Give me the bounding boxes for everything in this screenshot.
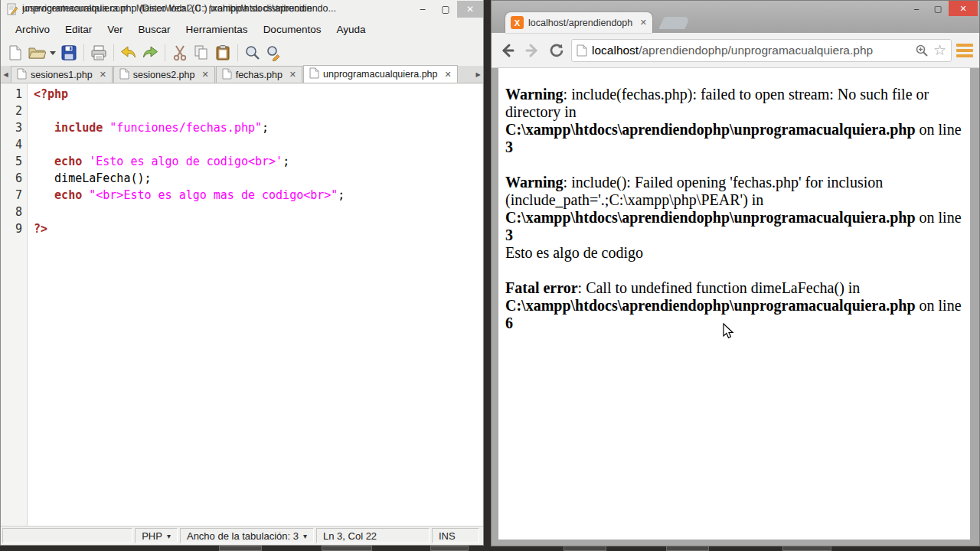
- code-line[interactable]: echo 'Esto es algo de codigo<br>';: [34, 153, 345, 170]
- php-message: Fatal error: Call to undefined function …: [505, 279, 969, 332]
- menu-hamburger-icon[interactable]: [956, 44, 973, 57]
- editor-tab[interactable]: sesiones1.php✕: [11, 66, 113, 83]
- code-line[interactable]: dimeLaFecha();: [34, 170, 345, 187]
- line-number: 6: [2, 170, 22, 187]
- menu-herramientas[interactable]: Herramientas: [179, 21, 255, 37]
- line-number: 3: [2, 119, 22, 136]
- save-icon[interactable]: [58, 42, 80, 64]
- browser-page-content: Warning: include(fechas.php): failed to …: [498, 68, 970, 540]
- reload-icon[interactable]: [547, 41, 567, 60]
- line-number: 1: [2, 86, 22, 103]
- code-lines[interactable]: <?php include "funciones/fechas.php"; ec…: [28, 84, 345, 526]
- tab-width-selector[interactable]: Ancho de la tabulación: 3: [180, 528, 314, 543]
- line-number: 7: [2, 187, 22, 204]
- file-icon: [17, 68, 27, 82]
- tab-close-icon[interactable]: ✕: [445, 70, 452, 80]
- menu-archivo[interactable]: Archivo: [8, 21, 57, 37]
- taskbar-button[interactable]: [219, 546, 262, 551]
- minimize-button[interactable]: –: [906, 1, 927, 16]
- undo-icon[interactable]: [118, 42, 139, 64]
- tab-close-icon[interactable]: ✕: [201, 70, 208, 80]
- xampp-favicon: X: [511, 16, 524, 29]
- editor-tab[interactable]: fechas.php✕: [216, 66, 302, 83]
- gedit-app-icon: [6, 3, 18, 18]
- tab-scroll-right-icon[interactable]: ▶: [473, 66, 483, 83]
- new-icon[interactable]: [5, 42, 26, 64]
- editor-tab[interactable]: sesiones2.php✕: [113, 66, 215, 83]
- toolbar-separator: [83, 44, 84, 61]
- line-number: 5: [2, 153, 22, 170]
- maximize-button[interactable]: ▢: [434, 1, 457, 18]
- code-line[interactable]: include "funciones/fechas.php";: [34, 119, 345, 136]
- code-line[interactable]: [34, 204, 345, 220]
- copy-icon[interactable]: [191, 42, 212, 64]
- taskbar-button[interactable]: [666, 546, 709, 551]
- tab-label: unprogramacualquiera.php: [323, 69, 437, 80]
- editor-window: unprogramacualquiera.php (Disco local (C…: [0, 0, 484, 546]
- address-bar[interactable]: localhost/aprendiendophp/unprogramacualq…: [571, 39, 952, 62]
- insert-mode: INS: [432, 528, 479, 543]
- menu-buscar[interactable]: Buscar: [132, 21, 178, 37]
- editor-tabbar: ◀ sesiones1.php✕sesiones2.php✕fechas.php…: [1, 66, 483, 83]
- replace-icon[interactable]: [263, 42, 285, 64]
- menu-documentos[interactable]: Documentos: [256, 21, 328, 37]
- browser-tabstrip: X localhost/aprendiendoph ✕ – ▢ ✕: [492, 1, 979, 33]
- menu-ayuda[interactable]: Ayuda: [329, 21, 372, 37]
- code-line[interactable]: echo "<br>Esto es algo mas de codigo<br>…: [34, 187, 345, 204]
- minimize-button[interactable]: –: [411, 1, 434, 18]
- code-editor-area[interactable]: 123456789 <?php include "funciones/fecha…: [2, 84, 482, 526]
- toolbar-separator: [237, 44, 238, 61]
- code-line[interactable]: ?>: [34, 220, 345, 237]
- tab-close-icon[interactable]: ✕: [640, 18, 647, 28]
- taskbar-button[interactable]: [782, 546, 831, 551]
- editor-titlebar: unprogramacualquiera.php (Disco local (C…: [1, 0, 483, 18]
- mouse-cursor: [723, 323, 735, 344]
- close-button[interactable]: ✕: [457, 1, 483, 18]
- tab-close-icon[interactable]: ✕: [100, 70, 106, 80]
- editor-toolbar: [1, 40, 483, 66]
- file-icon: [222, 68, 232, 82]
- tab-close-icon[interactable]: ✕: [289, 70, 296, 80]
- zoom-icon[interactable]: [915, 44, 929, 57]
- open-dropdown-icon[interactable]: [47, 42, 58, 64]
- php-message: Warning: include(fechas.php): failed to …: [505, 86, 969, 156]
- paste-icon[interactable]: [212, 42, 234, 64]
- cut-icon[interactable]: [169, 42, 191, 64]
- editor-menubar: ArchivoEditarVerBuscarHerramientasDocume…: [1, 18, 483, 40]
- taskbar-button[interactable]: [564, 546, 606, 551]
- bookmark-star-icon[interactable]: ☆: [933, 43, 946, 57]
- search-icon[interactable]: [242, 42, 263, 64]
- taskbar-button[interactable]: [430, 546, 469, 551]
- print-icon[interactable]: [88, 42, 109, 64]
- line-number: 4: [2, 136, 22, 153]
- back-icon[interactable]: [498, 41, 518, 60]
- forward-icon[interactable]: [522, 41, 542, 60]
- tab-label: fechas.php: [236, 70, 283, 80]
- window-title: unprogramacualquiera.php (Disco local (C…: [22, 3, 405, 17]
- maximize-button[interactable]: ▢: [927, 1, 949, 16]
- browser-tab[interactable]: X localhost/aprendiendoph ✕: [505, 12, 652, 33]
- new-tab-button[interactable]: [658, 17, 690, 29]
- language-selector[interactable]: PHP: [135, 528, 178, 543]
- redo-icon[interactable]: [139, 42, 161, 64]
- tab-scroll-left-icon[interactable]: ◀: [1, 66, 11, 83]
- editor-statusbar: PHP Ancho de la tabulación: 3 Ln 3, Col …: [1, 526, 483, 545]
- open-icon[interactable]: [26, 42, 47, 64]
- code-line[interactable]: <?php: [34, 86, 345, 103]
- taskbar-button[interactable]: [322, 546, 372, 551]
- close-button[interactable]: ✕: [949, 1, 978, 16]
- code-line[interactable]: [34, 103, 345, 119]
- menu-editar[interactable]: Editar: [58, 21, 99, 37]
- menu-ver[interactable]: Ver: [100, 21, 129, 37]
- browser-toolbar: localhost/aprendiendophp/unprogramacualq…: [492, 33, 979, 68]
- editor-tab[interactable]: unprogramacualquiera.php✕: [303, 65, 458, 83]
- browser-window: X localhost/aprendiendoph ✕ – ▢ ✕ localh…: [491, 0, 980, 546]
- file-icon: [119, 68, 129, 82]
- watermark-text: josevicentecarratala.com : MasterWeb 2.0…: [22, 3, 312, 14]
- line-number: 8: [2, 204, 22, 220]
- php-message: Warning: include(): Failed opening 'fech…: [505, 174, 969, 244]
- status-message: [2, 528, 132, 543]
- code-line[interactable]: [34, 136, 345, 153]
- url-text[interactable]: localhost/aprendiendophp/unprogramacualq…: [592, 44, 910, 57]
- line-number: 9: [2, 220, 22, 237]
